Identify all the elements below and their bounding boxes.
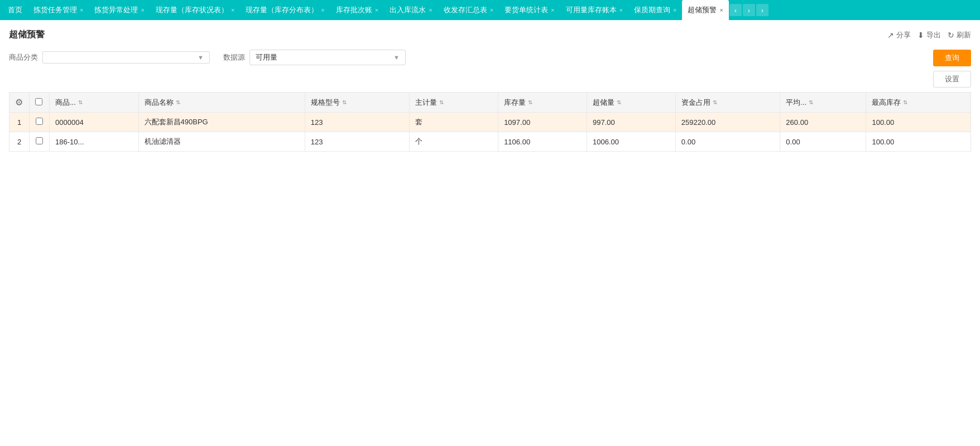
row-stock-0: 1097.00 (498, 113, 587, 132)
datasource-label: 数据源 (223, 52, 245, 62)
datasource-value: 可用量 (256, 52, 277, 62)
th-spec[interactable]: 规格型号 ⇅ (305, 93, 410, 113)
sort-stock-icon: ⇅ (528, 99, 532, 105)
nav-tab-1[interactable]: 拣货任务管理 × (28, 0, 89, 20)
nav-tab-3-close[interactable]: × (231, 7, 234, 13)
nav-tab-1-close[interactable]: × (80, 7, 83, 13)
nav-tab-2-label: 拣货异常处理 (94, 5, 138, 15)
th-unit[interactable]: 主计量 ⇅ (410, 93, 498, 113)
table-settings-icon[interactable]: ⚙ (15, 98, 23, 107)
page-header: 超储预警 ↗ 分享 ⬇ 导出 ↻ 刷新 (9, 29, 971, 41)
share-label: 分享 (896, 30, 911, 40)
nav-tab-home[interactable]: 首页 (2, 0, 28, 20)
nav-tab-4[interactable]: 现存量（库存分布表） × (240, 0, 330, 20)
row-checkbox-1[interactable] (30, 132, 50, 152)
page-title: 超储预警 (9, 29, 45, 41)
th-max-stock-label: 最高库存 (872, 98, 901, 108)
data-table: ⚙ 商品... ⇅ 商品名称 ⇅ (9, 92, 971, 152)
row-max-stock-0: 100.00 (866, 113, 971, 132)
category-filter: 商品分类 ▼ (9, 51, 210, 64)
nav-tab-10-close[interactable]: × (673, 7, 676, 13)
row-select-1[interactable] (36, 137, 43, 144)
th-overstock[interactable]: 超储量 ⇅ (587, 93, 675, 113)
nav-tab-5-label: 库存批次账 (336, 5, 372, 15)
nav-tab-4-close[interactable]: × (321, 7, 324, 13)
nav-tab-8[interactable]: 要货单统计表 × (499, 0, 560, 20)
th-overstock-label: 超储量 (593, 98, 614, 108)
datasource-select[interactable]: 可用量 ▼ (249, 50, 406, 65)
nav-tab-2[interactable]: 拣货异常处理 × (89, 0, 150, 20)
query-button[interactable]: 查询 (933, 50, 971, 66)
th-capital[interactable]: 资金占用 ⇅ (675, 93, 780, 113)
th-checkbox (30, 93, 50, 113)
header-actions: ↗ 分享 ⬇ 导出 ↻ 刷新 (887, 30, 971, 40)
sort-product-code-icon: ⇅ (78, 99, 83, 105)
th-stock[interactable]: 库存量 ⇅ (498, 93, 587, 113)
row-capital-1: 0.00 (675, 132, 780, 152)
nav-tab-10[interactable]: 保质期查询 × (628, 0, 682, 20)
sort-product-name-icon: ⇅ (176, 99, 180, 105)
nav-tab-11-close[interactable]: × (719, 7, 723, 13)
th-gear: ⚙ (9, 93, 30, 113)
category-chevron-icon: ▼ (198, 54, 204, 61)
filter-fields: 商品分类 ▼ 数据源 可用量 ▼ (9, 50, 933, 65)
refresh-action[interactable]: ↻ 刷新 (948, 30, 971, 40)
row-select-0[interactable] (36, 118, 43, 125)
th-avg-label: 平均... (786, 98, 806, 108)
nav-more-arrow[interactable]: › (756, 4, 768, 16)
nav-tab-8-label: 要货单统计表 (505, 5, 548, 15)
nav-tab-5-close[interactable]: × (375, 7, 378, 13)
row-product-name-0: 六配套新昌490BPG (138, 113, 305, 132)
filter-section: 商品分类 ▼ 数据源 可用量 ▼ 查询 设置 (9, 50, 971, 88)
th-max-stock[interactable]: 最高库存 ⇅ (866, 93, 971, 113)
nav-tab-7[interactable]: 收发存汇总表 × (438, 0, 499, 20)
sort-unit-icon: ⇅ (439, 99, 444, 105)
row-num-0: 1 (9, 113, 30, 132)
export-icon: ⬇ (917, 31, 924, 40)
nav-next-arrow[interactable]: › (743, 4, 755, 16)
refresh-icon: ↻ (948, 31, 954, 40)
row-product-code-0: 0000004 (50, 113, 139, 132)
sort-avg-icon: ⇅ (809, 99, 813, 105)
row-capital-0: 259220.00 (675, 113, 780, 132)
refresh-label: 刷新 (957, 30, 971, 40)
nav-tab-6[interactable]: 出入库流水 × (384, 0, 438, 20)
sort-overstock-icon: ⇅ (617, 99, 621, 105)
datasource-chevron-icon: ▼ (393, 54, 400, 61)
row-checkbox-0[interactable] (30, 113, 50, 132)
export-action[interactable]: ⬇ 导出 (917, 30, 941, 40)
sort-capital-icon: ⇅ (713, 99, 717, 105)
nav-tab-7-close[interactable]: × (490, 7, 493, 13)
select-all-checkbox[interactable] (35, 98, 42, 105)
export-label: 导出 (926, 30, 941, 40)
row-stock-1: 1106.00 (498, 132, 587, 152)
nav-tab-home-label: 首页 (8, 5, 22, 15)
row-unit-0: 套 (410, 113, 498, 132)
nav-tab-2-close[interactable]: × (141, 7, 144, 13)
share-action[interactable]: ↗ 分享 (887, 30, 911, 40)
nav-tab-9[interactable]: 可用量库存账本 × (560, 0, 628, 20)
nav-tab-5[interactable]: 库存批次账 × (330, 0, 384, 20)
th-capital-label: 资金占用 (681, 98, 710, 108)
row-product-name-1: 机油滤清器 (138, 132, 305, 152)
nav-tab-10-label: 保质期查询 (634, 5, 670, 15)
category-select[interactable]: ▼ (42, 51, 210, 64)
nav-tab-6-close[interactable]: × (429, 7, 432, 13)
nav-tab-9-close[interactable]: × (619, 7, 623, 13)
th-spec-label: 规格型号 (311, 98, 340, 108)
nav-tab-3[interactable]: 现存量（库存状况表） × (150, 0, 240, 20)
nav-tab-3-label: 现存量（库存状况表） (156, 5, 228, 15)
nav-tab-11-label: 超储预警 (688, 5, 717, 15)
nav-tab-6-label: 出入库流水 (390, 5, 426, 15)
sort-spec-icon: ⇅ (342, 99, 347, 105)
nav-prev-arrow[interactable]: ‹ (729, 4, 742, 16)
th-product-name[interactable]: 商品名称 ⇅ (138, 93, 305, 113)
row-max-stock-1: 100.00 (866, 132, 971, 152)
table-row: 2 186-10... 机油滤清器 123 个 1106.00 1006.00 … (9, 132, 971, 152)
nav-tab-11[interactable]: 超储预警 × (682, 0, 728, 20)
th-product-code[interactable]: 商品... ⇅ (50, 93, 139, 113)
row-spec-0: 123 (305, 113, 410, 132)
settings-button[interactable]: 设置 (933, 71, 971, 88)
nav-tab-8-close[interactable]: × (551, 7, 554, 13)
th-avg[interactable]: 平均... ⇅ (780, 93, 866, 113)
